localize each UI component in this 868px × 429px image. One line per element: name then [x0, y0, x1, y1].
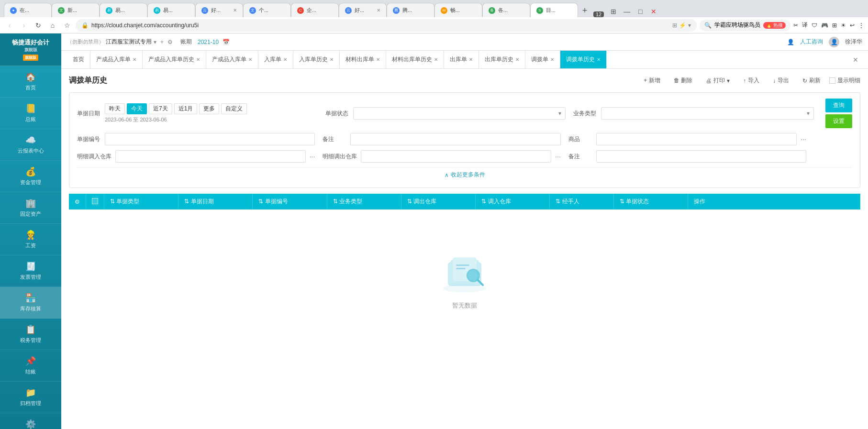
sidebar-item-cloud-report[interactable]: ☁️ 云报表中心 [0, 129, 61, 161]
tab-close-8[interactable]: ✕ [377, 8, 380, 13]
detail-out-filter-dots[interactable]: ··· [555, 153, 561, 160]
display-toggle[interactable]: 显示明细 [829, 77, 860, 85]
detail-out-input[interactable] [361, 150, 551, 163]
browser-tab-3[interactable]: 易 易... [100, 3, 147, 17]
sidebar-item-invoice[interactable]: 🧾 发票管理 [0, 255, 61, 287]
page-tab-storage-out-close[interactable]: ✕ [469, 57, 473, 62]
page-tab-storage-in-history-close[interactable]: ✕ [330, 57, 334, 62]
page-tab-home[interactable]: 首页 [67, 51, 90, 69]
date-1month-btn[interactable]: 近1月 [174, 103, 198, 114]
close-browser-btn[interactable]: ✕ [648, 6, 659, 17]
browser-tab-7[interactable]: C 企... [291, 3, 339, 17]
company-selector[interactable]: （勿删勿禁用） 江西服宝测试专用 ▾ [67, 38, 156, 46]
export-button[interactable]: ↓ 导出 [768, 75, 794, 87]
delete-button[interactable]: 🗑 删除 [669, 75, 697, 87]
date-today-btn[interactable]: 今天 [127, 103, 147, 114]
th-doc-date[interactable]: ⇅ 单据日期 [178, 194, 253, 209]
sidebar-item-tax[interactable]: 📋 税务管理 [0, 319, 61, 350]
sidebar-item-fund[interactable]: 💰 资金管理 [0, 161, 61, 192]
sidebar-item-home[interactable]: 🏠 首页 [0, 66, 61, 98]
page-tab-finished-in2[interactable]: 产成品入库单 ✕ [206, 51, 258, 69]
maximize-btn[interactable]: □ [634, 6, 646, 17]
back-btn[interactable]: ‹ [4, 20, 15, 31]
address-dropdown-icon[interactable]: ▾ [688, 22, 691, 29]
service-label[interactable]: 人工咨询 [800, 38, 823, 46]
note-input[interactable] [350, 133, 560, 145]
sidebar-item-inventory[interactable]: 🏪 库存核算 [0, 287, 61, 319]
browser-tab-5[interactable]: 云 好... ✕ [195, 3, 243, 17]
browser-tab-6[interactable]: 文 个... [243, 3, 291, 17]
display-toggle-checkbox[interactable] [829, 77, 835, 84]
page-tab-finished-in-close[interactable]: ✕ [133, 57, 136, 62]
home-browser-btn[interactable]: ⌂ [47, 20, 58, 31]
th-doc-status[interactable]: ⇅ 单据状态 [614, 194, 688, 209]
page-tab-transfer-history[interactable]: 调拨单历史 ✕ [560, 51, 607, 69]
th-handler[interactable]: ⇅ 经手人 [550, 194, 614, 209]
tab-manager-icon[interactable]: ⊞ [608, 6, 619, 17]
tab-close-5[interactable]: ✕ [233, 8, 237, 13]
page-tab-transfer-close[interactable]: ✕ [550, 57, 554, 62]
business-type-select[interactable]: ▾ [601, 107, 814, 120]
print-button[interactable]: 🖨 打印 ▾ [701, 75, 734, 87]
page-tab-storage-out[interactable]: 出库单 ✕ [444, 51, 479, 69]
minimize-btn[interactable]: — [621, 6, 633, 17]
goods-filter-dots[interactable]: ··· [801, 135, 806, 143]
th-checkbox[interactable] [86, 194, 104, 209]
sidebar-item-salary[interactable]: 👷 工资 [0, 224, 61, 255]
refresh-button[interactable]: ↻ 刷新 [798, 75, 825, 87]
browser-tab-10[interactable]: M 畅... [434, 3, 482, 17]
header-checkbox[interactable] [92, 198, 98, 204]
add-company-btn[interactable]: + [160, 39, 164, 45]
browser-tab-8[interactable]: 云 好... ✕ [339, 3, 387, 17]
page-tab-finished-in2-close[interactable]: ✕ [248, 57, 252, 62]
th-transfer-in[interactable]: ⇅ 调入仓库 [476, 194, 550, 209]
date-yesterday-btn[interactable]: 昨天 [105, 103, 125, 114]
new-tab-button[interactable]: + [578, 4, 591, 17]
page-tab-finished-in-history-close[interactable]: ✕ [196, 57, 200, 62]
browser-tab-4[interactable]: 易 易... [147, 3, 195, 17]
date-more-btn[interactable]: 更多 [199, 103, 219, 114]
status-select[interactable]: ▾ [353, 107, 566, 120]
detail-in-filter-dots[interactable]: ··· [310, 153, 315, 160]
page-tab-material-out-history-close[interactable]: ✕ [434, 57, 438, 62]
browser-tab-1[interactable]: ● 在... [4, 3, 52, 17]
browser-tab-11[interactable]: 各 各... [482, 3, 530, 17]
browser-tab-9[interactable]: 腾 腾... [387, 3, 434, 17]
address-bar[interactable]: 🔒 https://cloud.chanjet.com/accounting/u… [76, 19, 697, 32]
page-tab-transfer-history-close[interactable]: ✕ [597, 57, 601, 62]
collapse-bar[interactable]: ∧ 收起更多条件 [77, 167, 852, 182]
page-tab-material-out-history[interactable]: 材料出库单历史 ✕ [386, 51, 444, 69]
detail-in-input[interactable] [115, 150, 306, 163]
docnum-input[interactable] [105, 133, 315, 145]
th-doc-number[interactable]: ⇅ 单据编号 [253, 194, 327, 209]
page-tab-storage-out-history-close[interactable]: ✕ [515, 57, 519, 62]
calendar-icon[interactable]: 📅 [223, 39, 230, 45]
bookmark-btn[interactable]: ☆ [61, 20, 73, 31]
page-tab-storage-in-close[interactable]: ✕ [283, 57, 287, 62]
query-button[interactable]: 查询 [825, 99, 852, 112]
forward-btn[interactable]: › [18, 20, 30, 31]
settings-company-btn[interactable]: ⚙ [167, 39, 173, 45]
refresh-browser-btn[interactable]: ↻ [33, 20, 44, 31]
user-name[interactable]: 徐泽华 [845, 38, 862, 46]
sidebar-item-ledger[interactable]: 📒 总账 [0, 98, 61, 129]
goods-input[interactable] [596, 133, 797, 145]
page-tab-transfer[interactable]: 调拨单 ✕ [525, 51, 560, 69]
page-tab-storage-in[interactable]: 入库单 ✕ [258, 51, 293, 69]
th-settings[interactable]: ⚙ [69, 194, 86, 209]
th-business-type[interactable]: ⇅ 业务类型 [327, 194, 401, 209]
th-doc-type[interactable]: ⇅ 单据类型 [104, 194, 178, 209]
date-7days-btn[interactable]: 近7天 [149, 103, 172, 114]
sidebar-item-archive[interactable]: 📁 归档管理 [0, 382, 61, 413]
sidebar-item-close-account[interactable]: 📌 结账 [0, 350, 61, 382]
more-options-icon[interactable]: ⋮ [858, 22, 864, 29]
page-tab-material-out[interactable]: 材料出库单 ✕ [340, 51, 386, 69]
page-tab-storage-out-history[interactable]: 出库单历史 ✕ [479, 51, 525, 69]
import-button[interactable]: ↑ 导入 [738, 75, 764, 87]
sidebar-item-settings[interactable]: ⚙️ 基础设置 [0, 413, 61, 429]
settings-button[interactable]: 设置 [825, 114, 852, 128]
browser-tab-2[interactable]: 文 新... [52, 3, 100, 17]
browser-tab-12[interactable]: S 目... [530, 3, 578, 17]
page-tab-finished-in-history[interactable]: 产成品入库单历史 ✕ [143, 51, 206, 69]
sidebar-item-fixed-assets[interactable]: 🏢 固定资产 [0, 192, 61, 224]
